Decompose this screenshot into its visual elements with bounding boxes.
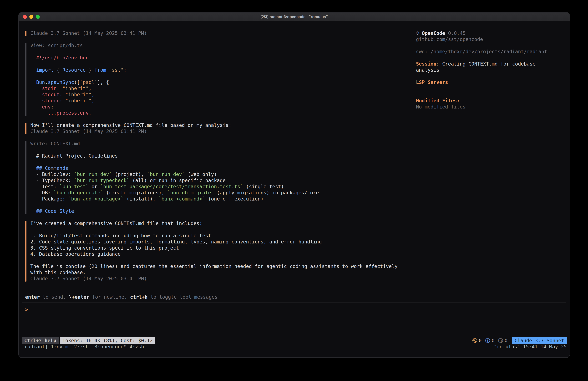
input-divider bbox=[22, 303, 566, 303]
text-segment: `bun test` bbox=[60, 184, 89, 190]
text-segment bbox=[30, 104, 42, 110]
diagnostic-hints: ⓗ0 bbox=[498, 337, 507, 344]
transcript-line bbox=[30, 73, 406, 79]
tmux-windows: [radiant] 1:nvim 2:zsh- 3:opencode* 4:zs… bbox=[22, 344, 144, 350]
diagnostic-warnings: Ⓦ0 bbox=[472, 337, 482, 344]
text-segment: (project), bbox=[112, 171, 147, 177]
modified-files-header: Modified Files: bbox=[416, 98, 551, 104]
transcript-line: #!/usr/bin/env bun bbox=[30, 55, 406, 61]
text-segment: , bbox=[91, 92, 94, 97]
repo-link: github.com/sst/opencode bbox=[416, 37, 551, 43]
text-segment: for newline, bbox=[89, 294, 130, 300]
modified-files-label: Modified Files: bbox=[416, 98, 460, 104]
transcript-line: ## Commands bbox=[30, 165, 406, 171]
text-segment: . bbox=[45, 79, 48, 85]
transcript-line bbox=[30, 257, 406, 264]
transcript-line: Claude 3.7 Sonnet (14 May 2025 03:41 PM) bbox=[30, 30, 406, 37]
transcript-line: - Build/Dev: `bun run dev` (project), `b… bbox=[30, 171, 406, 178]
text-segment bbox=[30, 98, 42, 104]
text-segment: (install), bbox=[124, 196, 159, 202]
brand-line: © OpenCode 0.0.45 bbox=[416, 30, 551, 37]
text-segment: Claude 3.7 Sonnet (14 May 2025 03:41 PM) bbox=[30, 276, 147, 282]
text-segment: - TypeCheck: bbox=[30, 178, 74, 183]
text-segment: Claude 3.7 Sonnet (14 May 2025 03:41 PM) bbox=[30, 30, 147, 36]
prompt-input[interactable]: > bbox=[25, 307, 28, 313]
text-segment: : { bbox=[51, 104, 59, 110]
text-segment: \+enter bbox=[69, 294, 89, 300]
transcript-line: ...process.env, bbox=[30, 110, 406, 116]
text-segment: , bbox=[89, 86, 91, 91]
text-segment: "inherit" bbox=[63, 86, 89, 91]
transcript-line: with this codebase. bbox=[30, 269, 406, 276]
text-segment: ## Commands bbox=[30, 165, 68, 171]
transcript-line: - Test: `bun test` or `bun test packages… bbox=[30, 184, 406, 190]
transcript-line: # Radiant Project Guidelines bbox=[30, 153, 406, 159]
text-segment bbox=[30, 55, 36, 61]
text-segment: - Test: bbox=[30, 184, 60, 190]
transcript-line: stdout: "inherit", bbox=[30, 92, 406, 98]
brand-version: 0.0.45 bbox=[445, 30, 465, 36]
text-segment: - Package: bbox=[30, 196, 68, 202]
transcript-line: Write: CONTEXT.md bbox=[30, 141, 406, 147]
window-titlebar[interactable]: [2/3] radiant:3:opencode - "romulus" bbox=[19, 13, 570, 21]
cwd-line: cwd: /home/thdxr/dev/projects/radiant/ra… bbox=[416, 49, 551, 55]
copyright-icon: © bbox=[416, 30, 422, 36]
text-segment: `bun db migrate` bbox=[167, 190, 214, 196]
text-segment: } bbox=[86, 67, 94, 73]
text-segment: : bbox=[57, 86, 63, 91]
hints-icon: ⓗ bbox=[498, 337, 503, 344]
brand-name: OpenCode bbox=[422, 30, 445, 36]
minimize-button[interactable] bbox=[29, 15, 33, 19]
prompt-symbol: > bbox=[25, 307, 28, 313]
text-segment: 3. CSS styling conventions specific to t… bbox=[30, 245, 179, 251]
text-segment bbox=[30, 92, 42, 97]
text-segment: , bbox=[89, 110, 91, 116]
help-badge: ctrl+? help bbox=[22, 337, 59, 344]
lsp-servers-header: LSP Servers bbox=[416, 79, 551, 86]
text-segment: (create migrations), bbox=[103, 190, 167, 196]
text-segment: stdout bbox=[42, 92, 59, 97]
text-segment: ## Code Style bbox=[30, 208, 74, 214]
zoom-button[interactable] bbox=[36, 15, 40, 19]
text-segment: Claude 3.7 Sonnet (14 May 2025 03:41 PM) bbox=[30, 129, 147, 134]
text-segment: with this codebase. bbox=[30, 269, 86, 275]
transcript-line: - TypeCheck: `bun run typecheck` (all) o… bbox=[30, 178, 406, 184]
screen: [2/3] radiant:3:opencode - "romulus" Cla… bbox=[0, 0, 588, 381]
transcript-line: ## Code Style bbox=[30, 208, 406, 214]
text-segment: `bun test packages/core/test/transaction… bbox=[100, 184, 243, 190]
tokens-cost-badge: Tokens: 16.4K (8%), Cost: $0.12 bbox=[60, 337, 155, 344]
tool-block: Write: CONTEXT.md # Radiant Project Guid… bbox=[25, 141, 406, 214]
transcript-line: 4. Database operations guidance bbox=[30, 251, 406, 257]
transcript-line: import { Resource } from "sst"; bbox=[30, 67, 406, 73]
text-segment: Write: CONTEXT.md bbox=[30, 141, 80, 147]
transcript-line: env: { bbox=[30, 104, 406, 110]
text-segment: #!/usr/bin/env bun bbox=[36, 55, 89, 61]
transcript-line: - DB: `bun db generate` (create migratio… bbox=[30, 190, 406, 196]
text-segment: 4. Database operations guidance bbox=[30, 251, 121, 257]
transcript-line: Claude 3.7 Sonnet (14 May 2025 03:41 PM) bbox=[30, 129, 406, 135]
model-badge: Claude 3.7 Sonnet bbox=[512, 337, 567, 344]
text-segment: (web only) bbox=[185, 171, 217, 177]
tmux-statusline: [radiant] 1:nvim 2:zsh- 3:opencode* 4:zs… bbox=[22, 344, 567, 350]
text-segment: : bbox=[60, 92, 65, 97]
text-segment: ; bbox=[124, 67, 126, 73]
traffic-lights bbox=[23, 15, 40, 19]
text-segment: `bun add <package>` bbox=[68, 196, 124, 202]
text-segment: 2. Code style guidelines covering import… bbox=[30, 239, 322, 245]
transcript-line: 2. Code style guidelines covering import… bbox=[30, 239, 406, 245]
transcript-line: I've created a comprehensive CONTEXT.md … bbox=[30, 221, 406, 227]
status-bar: ctrl+? help Tokens: 16.4K (8%), Cost: $0… bbox=[22, 337, 567, 344]
transcript-line bbox=[30, 159, 406, 165]
diagnostic-count: 0 bbox=[492, 337, 495, 344]
tool-block: View: script/db.ts #!/usr/bin/env bun im… bbox=[25, 43, 406, 116]
text-segment: Bun bbox=[36, 79, 45, 85]
text-segment: View: script/db.ts bbox=[30, 43, 83, 48]
text-segment: (single test) bbox=[243, 184, 284, 190]
close-button[interactable] bbox=[23, 15, 27, 19]
transcript-line: stdin: "inherit", bbox=[30, 86, 406, 92]
message-block: Now I'll create a comprehensive CONTEXT.… bbox=[25, 122, 406, 135]
text-segment bbox=[30, 86, 42, 91]
text-segment: "inherit" bbox=[65, 92, 92, 97]
transcript-line bbox=[30, 147, 406, 153]
session-label: Session: bbox=[416, 61, 442, 67]
